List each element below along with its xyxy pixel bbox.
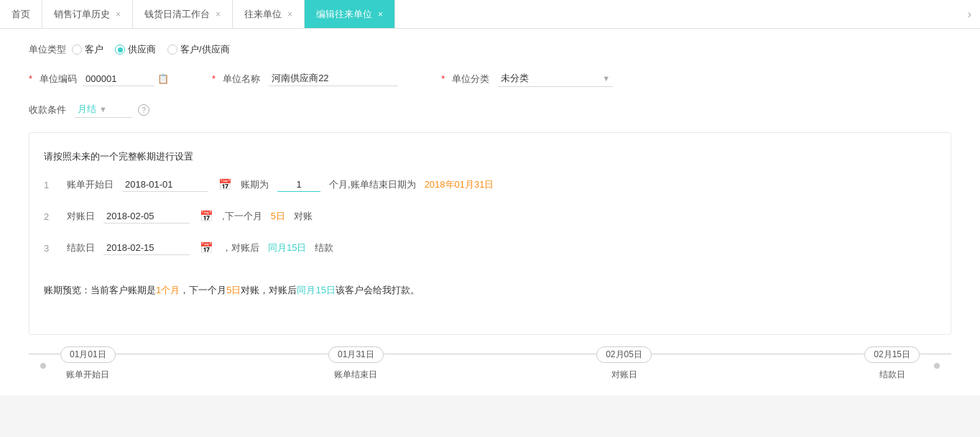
radio-customer-supplier[interactable]: 客户/供应商	[167, 43, 230, 56]
timeline-start-dot	[40, 363, 46, 369]
unit-name-label: 单位名称	[223, 73, 260, 86]
tab-home[interactable]: 首页	[0, 0, 42, 28]
period-row-2-label: 对账日	[67, 210, 95, 223]
timeline-node-1-label: 账单开始日	[66, 369, 109, 381]
period-row-3-date[interactable]	[103, 241, 190, 255]
timeline-node-2: 01月31日 账单结束日	[328, 346, 384, 381]
preview-highlight1: 1个月	[156, 285, 180, 295]
tab-edit-partner[interactable]: 编辑往来单位 ×	[305, 0, 395, 28]
period-row-3: 3 结款日 📅 ，对账后 同月15日 结款	[44, 241, 936, 255]
tab-cash-work-close[interactable]: ×	[216, 9, 221, 19]
unit-category-field: * 单位分类 未分类 ▼	[441, 70, 613, 87]
payment-terms-field: 收款条件 月结 ▼ ?	[29, 101, 149, 118]
unit-info-row: * 单位编码 📋 * 单位名称 * 单位分类 未分类 ▼	[29, 70, 951, 87]
timeline-node-4-bubble: 02月15日	[864, 346, 920, 363]
payment-terms-label: 收款条件	[29, 104, 66, 116]
period-month-input[interactable]	[277, 178, 320, 192]
radio-supplier-label: 供应商	[128, 43, 156, 56]
period-row-1-end-date: 2018年01月31日	[425, 178, 494, 191]
unit-code-picker-icon[interactable]: 📋	[157, 73, 169, 84]
tab-sales-history[interactable]: 销售订单历史 ×	[42, 0, 133, 28]
period-row-2-prefix: ,下一个月	[222, 210, 262, 223]
unit-category-select[interactable]: 未分类 ▼	[498, 70, 613, 87]
period-row-1-calendar-icon[interactable]: 📅	[218, 178, 232, 191]
unit-code-field: * 单位编码 📋	[29, 72, 169, 86]
period-box-title: 请按照未来的一个完整帐期进行设置	[44, 150, 936, 163]
radio-customer-label: 客户	[85, 43, 103, 56]
period-row-2-date[interactable]	[103, 209, 190, 224]
radio-customer-supplier-label: 客户/供应商	[180, 43, 230, 56]
timeline-node-4-label: 结款日	[879, 369, 905, 381]
period-row-3-num: 3	[44, 243, 58, 254]
period-row-1-suffix: 账期为	[241, 178, 269, 191]
radio-customer-circle	[72, 45, 82, 55]
period-row-3-prefix: ，对账后	[222, 242, 259, 254]
timeline-node-3: 02月05日 对账日	[596, 346, 652, 381]
period-row-1-label: 账单开始日	[67, 178, 114, 191]
preview-text2: 对账，对账后	[241, 285, 297, 295]
timeline: 01月01日 账单开始日 01月31日 账单结束日 02月05日 对账日 02月…	[29, 346, 951, 381]
timeline-nodes: 01月01日 账单开始日 01月31日 账单结束日 02月05日 对账日 02月…	[46, 346, 934, 381]
timeline-end-dot	[934, 363, 940, 369]
period-row-2: 2 对账日 📅 ,下一个月 5日 对账	[44, 209, 936, 224]
unit-type-radio-group: 客户 供应商 客户/供应商	[72, 43, 230, 56]
unit-category-arrow: ▼	[602, 74, 610, 83]
payment-terms-row: 收款条件 月结 ▼ ?	[29, 101, 951, 118]
unit-name-input[interactable]	[269, 72, 398, 86]
period-row-3-suffix: 结款	[315, 242, 333, 254]
tab-cash-work-label: 钱货日清工作台	[144, 8, 210, 21]
unit-code-input-wrap: 📋	[83, 72, 169, 86]
tab-partner[interactable]: 往来单位 ×	[233, 0, 305, 28]
main-content: 单位类型 客户 供应商 客户/供应商 * 单位编码	[0, 29, 980, 395]
tabs-expand-button[interactable]: ›	[959, 8, 980, 21]
preview-text1: ，下一个月	[180, 285, 226, 295]
tab-partner-label: 往来单位	[244, 8, 282, 21]
unit-category-star: *	[441, 73, 445, 84]
period-row-2-calendar-icon[interactable]: 📅	[200, 210, 213, 223]
period-row-2-num: 2	[44, 211, 58, 222]
period-row-3-label: 结款日	[67, 242, 95, 254]
unit-name-field: * 单位名称	[212, 72, 398, 86]
preview-text3: 该客户会给我打款。	[336, 285, 420, 295]
tab-cash-work[interactable]: 钱货日清工作台 ×	[133, 0, 233, 28]
unit-type-row: 单位类型 客户 供应商 客户/供应商	[29, 43, 951, 56]
tab-sales-history-label: 销售订单历史	[54, 8, 110, 21]
timeline-node-2-bubble: 01月31日	[328, 346, 384, 363]
timeline-node-3-bubble: 02月05日	[596, 346, 652, 363]
period-row-1-date[interactable]	[122, 178, 208, 192]
timeline-node-1: 01月01日 账单开始日	[60, 346, 116, 381]
period-row-2-suffix: 对账	[294, 210, 313, 223]
period-row-1-month-unit: 个月,账单结束日期为	[329, 178, 416, 191]
unit-code-label: 单位编码	[40, 73, 77, 86]
payment-terms-select[interactable]: 月结 ▼	[75, 101, 132, 118]
period-row-2-highlight: 5日	[271, 210, 285, 223]
timeline-node-3-label: 对账日	[611, 369, 637, 381]
period-row-1: 1 账单开始日 📅 账期为 个月,账单结束日期为 2018年01月31日	[44, 178, 936, 192]
radio-supplier-circle	[115, 45, 125, 55]
preview-section: 账期预览：当前客户账期是1个月，下一个月5日对账，对账后同月15日该客户会给我打…	[44, 272, 936, 297]
timeline-node-1-bubble: 01月01日	[60, 346, 116, 363]
tab-sales-history-close[interactable]: ×	[116, 9, 121, 19]
timeline-node-4: 02月15日 结款日	[864, 346, 920, 381]
period-row-1-num: 1	[44, 180, 58, 190]
unit-category-label: 单位分类	[452, 73, 489, 86]
unit-name-star: *	[212, 73, 216, 84]
payment-terms-help-icon[interactable]: ?	[138, 104, 149, 116]
period-row-3-highlight: 同月15日	[268, 242, 306, 254]
unit-type-label: 单位类型	[29, 43, 66, 56]
unit-code-input[interactable]	[83, 72, 154, 86]
period-settings-box: 请按照未来的一个完整帐期进行设置 1 账单开始日 📅 账期为 个月,账单结束日期…	[29, 132, 951, 335]
unit-category-value: 未分类	[501, 72, 529, 85]
payment-terms-value: 月结	[78, 103, 96, 116]
tab-partner-close[interactable]: ×	[287, 9, 292, 19]
preview-highlight3: 同月15日	[297, 285, 335, 295]
preview-highlight2: 5日	[226, 285, 241, 295]
period-row-3-calendar-icon[interactable]: 📅	[200, 242, 213, 254]
payment-terms-arrow: ▼	[99, 105, 107, 114]
radio-customer[interactable]: 客户	[72, 43, 103, 56]
tab-home-label: 首页	[11, 8, 30, 21]
tab-edit-partner-close[interactable]: ×	[378, 9, 383, 19]
radio-supplier[interactable]: 供应商	[115, 43, 156, 56]
tabs-bar: 首页 销售订单历史 × 钱货日清工作台 × 往来单位 × 编辑往来单位 × ›	[0, 0, 980, 29]
preview-text: 账期预览：当前客户账期是1个月，下一个月5日对账，对账后同月15日该客户会给我打…	[44, 284, 936, 297]
